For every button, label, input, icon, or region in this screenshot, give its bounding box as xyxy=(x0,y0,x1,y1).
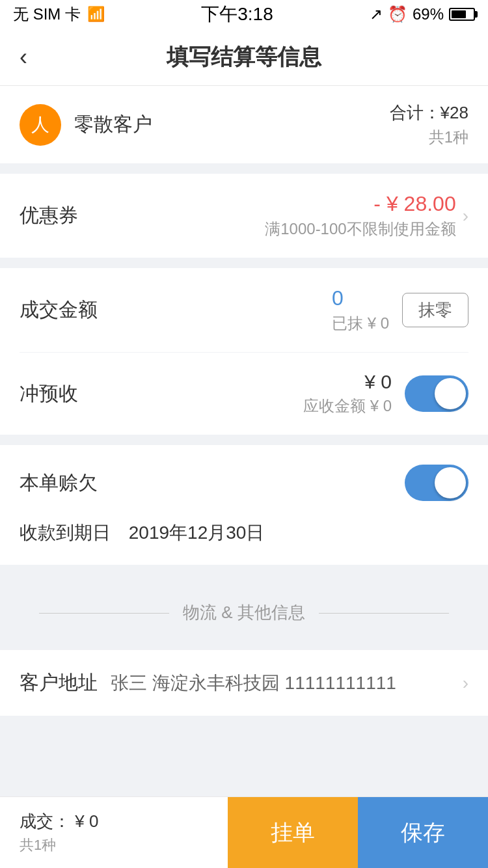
bottom-count: 共1种 xyxy=(20,835,208,855)
bottom-info: 成交： ¥ 0 共1种 xyxy=(0,810,228,855)
status-bar: 无 SIM 卡 📶 下午3:18 ↗ ⏰ 69% xyxy=(0,0,488,29)
address-section[interactable]: 客户地址 张三 海淀永丰科技园 11111111111 › xyxy=(0,650,488,716)
debt-row: 本单赊欠 xyxy=(0,445,488,521)
deal-amount-right: 0 已抹 ¥ 0 抹零 xyxy=(332,286,468,334)
amount-section: 成交金额 0 已抹 ¥ 0 抹零 冲预收 ¥ 0 应收金额 ¥ 0 xyxy=(0,268,488,435)
battery-icon xyxy=(449,8,475,21)
battery-label: 69% xyxy=(413,5,444,23)
total-amount: 合计：¥28 xyxy=(390,102,468,124)
address-label: 客户地址 xyxy=(20,670,98,696)
prepay-amount: ¥ 0 xyxy=(303,371,392,393)
bottom-deal-label: 成交： xyxy=(20,811,70,831)
nav-bar: ‹ 填写结算等信息 xyxy=(0,29,488,86)
item-count: 共1种 xyxy=(390,127,468,148)
prepay-values: ¥ 0 应收金额 ¥ 0 xyxy=(303,371,392,416)
deal-amount-row: 成交金额 0 已抹 ¥ 0 抹零 xyxy=(0,268,488,352)
status-right: ↗ ⏰ 69% xyxy=(370,5,475,23)
coupon-desc: 满1000-100不限制使用金额 xyxy=(265,219,455,239)
logistics-divider: 物流 & 其他信息 xyxy=(0,588,488,637)
customer-name: 零散客户 xyxy=(74,111,152,138)
due-date-value: 2019年12月30日 xyxy=(129,522,265,543)
address-value: 张三 海淀永丰科技园 11111111111 xyxy=(111,671,456,696)
status-left: 无 SIM 卡 📶 xyxy=(13,4,105,25)
coupon-info: - ¥ 28.00 满1000-100不限制使用金额 xyxy=(265,192,455,239)
coupon-row[interactable]: 优惠券 - ¥ 28.00 满1000-100不限制使用金额 › xyxy=(0,174,488,258)
customer-row: 人 零散客户 合计：¥28 共1种 xyxy=(0,86,488,163)
bottom-bar: 成交： ¥ 0 共1种 挂单 保存 xyxy=(0,796,488,868)
deducted-label: 已抹 ¥ 0 xyxy=(332,313,389,334)
avatar: 人 xyxy=(20,104,61,146)
customer-total: 合计：¥28 共1种 xyxy=(390,102,468,148)
due-date-label: 收款到期日 xyxy=(20,522,111,543)
prepay-row: 冲预收 ¥ 0 应收金额 ¥ 0 xyxy=(0,353,488,435)
prepay-right: ¥ 0 应收金额 ¥ 0 xyxy=(303,371,468,416)
page-title: 填写结算等信息 xyxy=(167,42,321,72)
round-zero-button[interactable]: 抹零 xyxy=(402,293,468,327)
toggle-knob xyxy=(435,378,466,409)
location-icon: ↗ xyxy=(370,5,383,23)
save-button[interactable]: 保存 xyxy=(358,797,488,869)
content-area: 人 零散客户 合计：¥28 共1种 优惠券 - ¥ 28.00 满1000-10… xyxy=(0,86,488,804)
back-button[interactable]: ‹ xyxy=(20,44,27,71)
address-row: 客户地址 张三 海淀永丰科技园 11111111111 › xyxy=(0,650,488,716)
chevron-right-icon: › xyxy=(463,206,468,226)
logistics-label: 物流 & 其他信息 xyxy=(183,603,305,622)
alarm-icon: ⏰ xyxy=(388,5,407,23)
wifi-icon: 📶 xyxy=(87,6,105,23)
deal-amount-value: 0 xyxy=(332,286,389,310)
debt-toggle-knob xyxy=(435,467,466,498)
coupon-label: 优惠券 xyxy=(20,202,78,229)
bottom-deal-value: ¥ 0 xyxy=(75,811,98,831)
avatar-icon: 人 xyxy=(31,113,49,137)
status-time: 下午3:18 xyxy=(201,2,273,27)
pending-button[interactable]: 挂单 xyxy=(228,797,358,869)
address-chevron-icon: › xyxy=(463,673,468,694)
customer-info: 人 零散客户 xyxy=(20,104,152,146)
debt-label: 本单赊欠 xyxy=(20,470,98,496)
debt-section: 本单赊欠 收款到期日 2019年12月30日 xyxy=(0,445,488,565)
carrier-label: 无 SIM 卡 xyxy=(13,4,81,25)
prepay-label: 冲预收 xyxy=(20,381,78,407)
debt-toggle[interactable] xyxy=(405,465,468,501)
prepay-toggle[interactable] xyxy=(405,375,468,412)
deal-amount-label: 成交金额 xyxy=(20,297,98,323)
prepay-sub: 应收金额 ¥ 0 xyxy=(303,396,392,416)
coupon-discount: - ¥ 28.00 xyxy=(265,192,455,216)
due-date-row: 收款到期日 2019年12月30日 xyxy=(0,521,488,565)
bottom-deal-row: 成交： ¥ 0 xyxy=(20,810,208,833)
